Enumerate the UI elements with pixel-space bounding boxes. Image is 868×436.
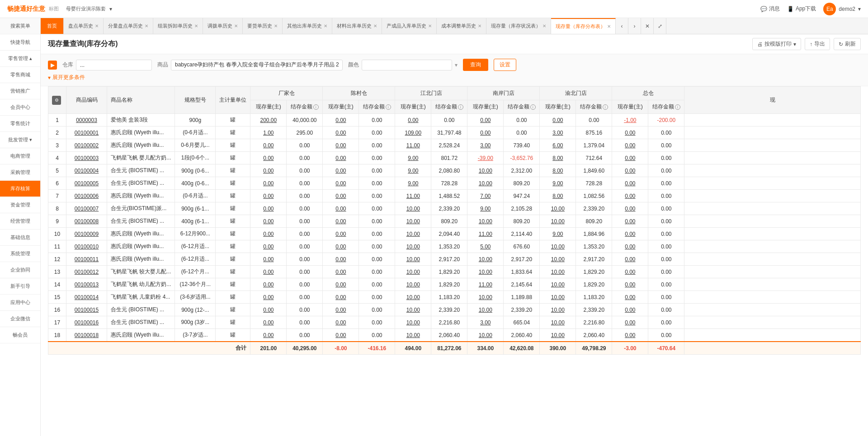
- cell-yubei-qty[interactable]: 10.00: [540, 253, 576, 266]
- close-icon[interactable]: ✕: [274, 23, 278, 28]
- cell-factory-qty[interactable]: 0.00: [250, 253, 287, 266]
- close-icon[interactable]: ✕: [542, 23, 546, 28]
- cell-name[interactable]: 合生元 (BIOSTIME) ...: [107, 164, 175, 177]
- cell-nanan-qty[interactable]: 0.00: [467, 127, 504, 139]
- cell-jiangbei-qty[interactable]: 9.00: [395, 177, 431, 190]
- cell-yubei-qty[interactable]: 10.00: [540, 266, 576, 278]
- cell-code[interactable]: 00100015: [66, 304, 107, 316]
- sidebar-item-finance[interactable]: 资金管理: [0, 197, 40, 213]
- cell-chen-qty[interactable]: 0.00: [323, 278, 359, 291]
- sidebar-item-retail-mall[interactable]: 零售商城: [0, 67, 40, 83]
- tab-order-history[interactable]: 要货单历史 ✕: [243, 18, 283, 34]
- cell-total-qty[interactable]: 0.00: [612, 190, 648, 202]
- cell-chen-qty[interactable]: 0.00: [323, 177, 359, 190]
- cell-nanan-qty[interactable]: 10.00: [467, 215, 504, 228]
- cell-name[interactable]: 合生元 (BIOSTIME) ...: [107, 316, 175, 329]
- cell-chen-qty[interactable]: 0.00: [323, 127, 359, 139]
- cell-jiangbei-qty[interactable]: 11.00: [395, 139, 431, 152]
- settings-btn[interactable]: 设置: [494, 59, 516, 71]
- cell-chen-qty[interactable]: 0.00: [323, 316, 359, 329]
- tab-nav-next[interactable]: ›: [628, 18, 641, 34]
- cell-chen-qty[interactable]: 0.00: [323, 164, 359, 177]
- sidebar-item-quick-nav[interactable]: 快捷导航: [0, 34, 40, 51]
- color-dropdown-arrow[interactable]: ▾: [455, 62, 458, 68]
- tab-nav-prev[interactable]: ‹: [616, 18, 628, 34]
- cell-total-qty[interactable]: 0.00: [612, 139, 648, 152]
- cell-yubei-qty[interactable]: 10.00: [540, 304, 576, 316]
- app-download-btn[interactable]: 📱 App下载: [787, 5, 816, 13]
- cell-factory-qty[interactable]: 0.00: [250, 278, 287, 291]
- cell-chen-qty[interactable]: 0.00: [323, 329, 359, 342]
- cell-factory-qty[interactable]: 0.00: [250, 266, 287, 278]
- cell-name[interactable]: 合生元 (BIOSTIME) ...: [107, 177, 175, 190]
- tab-nav-close-all[interactable]: ✕: [641, 18, 654, 34]
- refresh-btn[interactable]: ↻ 刷新: [834, 38, 861, 50]
- cell-jiangbei-qty[interactable]: 10.00: [395, 266, 431, 278]
- cell-factory-qty[interactable]: 0.00: [250, 329, 287, 342]
- user-profile[interactable]: Ea demo2 ▾: [823, 3, 861, 15]
- cell-chen-qty[interactable]: 0.00: [323, 266, 359, 278]
- tab-assemble-history[interactable]: 组装拆卸单历史 ✕: [153, 18, 203, 34]
- sidebar-item-wecom[interactable]: 企业微信: [0, 311, 40, 327]
- close-icon[interactable]: ✕: [478, 23, 481, 28]
- cell-jiangbei-qty[interactable]: 10.00: [395, 291, 431, 304]
- cell-code[interactable]: 00100001: [66, 127, 107, 139]
- cell-code[interactable]: 00100016: [66, 316, 107, 329]
- cell-nanan-qty[interactable]: 3.00: [467, 139, 504, 152]
- cell-nanan-qty[interactable]: 3.00: [467, 316, 504, 329]
- cell-code[interactable]: 00100008: [66, 215, 107, 228]
- tab-material-outbound[interactable]: 材料出库单历史 ✕: [332, 18, 382, 34]
- cell-chen-qty[interactable]: 0.00: [323, 139, 359, 152]
- color-input[interactable]: [362, 60, 452, 70]
- cell-yubei-qty[interactable]: 10.00: [540, 329, 576, 342]
- cell-factory-qty[interactable]: 0.00: [250, 190, 287, 202]
- cell-factory-qty[interactable]: 0.00: [250, 152, 287, 164]
- cell-yubei-qty[interactable]: 0.00: [540, 114, 576, 127]
- cell-total-qty[interactable]: -1.00: [612, 114, 648, 127]
- sidebar-item-collaboration[interactable]: 企业协同: [0, 262, 40, 278]
- cell-nanan-qty[interactable]: 0.00: [467, 114, 504, 127]
- cell-jiangbei-qty[interactable]: 0.00: [395, 114, 431, 127]
- cell-code[interactable]: 00100018: [66, 329, 107, 342]
- cell-name[interactable]: 惠氏启颐 (Wyeth illu...: [107, 253, 175, 266]
- close-icon[interactable]: ✕: [373, 23, 377, 28]
- cell-yubei-qty[interactable]: 10.00: [540, 316, 576, 329]
- cell-name[interactable]: 飞鹤星飞帆 儿童奶粉 4...: [107, 291, 175, 304]
- cell-total-qty[interactable]: 0.00: [612, 177, 648, 190]
- cell-chen-qty[interactable]: 0.00: [323, 215, 359, 228]
- cell-name[interactable]: 惠氏启颐 (Wyeth illu...: [107, 228, 175, 240]
- cell-jiangbei-qty[interactable]: 10.00: [395, 329, 431, 342]
- cell-code[interactable]: 00100006: [66, 190, 107, 202]
- cell-name[interactable]: 惠氏启颐 (Wyeth illu...: [107, 240, 175, 253]
- cell-code[interactable]: 00100011: [66, 253, 107, 266]
- th-settings[interactable]: ⚙: [48, 87, 66, 114]
- cell-jiangbei-qty[interactable]: 10.00: [395, 253, 431, 266]
- sidebar-item-retail[interactable]: 零售管理 ▴: [0, 51, 40, 67]
- cell-yubei-qty[interactable]: 10.00: [540, 202, 576, 215]
- cell-total-qty[interactable]: 0.00: [612, 291, 648, 304]
- tab-transfer-history[interactable]: 调拨单历史 ✕: [203, 18, 243, 34]
- close-icon[interactable]: ✕: [324, 23, 327, 28]
- store-selector-arrow[interactable]: ▾: [109, 6, 112, 12]
- export-btn[interactable]: ↑ 导出: [805, 38, 830, 50]
- cell-chen-qty[interactable]: 0.00: [323, 291, 359, 304]
- cell-nanan-qty[interactable]: -39.00: [467, 152, 504, 164]
- cell-yubei-qty[interactable]: 8.00: [540, 152, 576, 164]
- cell-yubei-qty[interactable]: 10.00: [540, 291, 576, 304]
- cell-code[interactable]: 00100005: [66, 177, 107, 190]
- cell-nanan-qty[interactable]: 10.00: [467, 304, 504, 316]
- search-btn[interactable]: 查询: [463, 59, 488, 71]
- sidebar-item-vip[interactable]: 畅会员: [0, 327, 40, 343]
- message-btn[interactable]: 💬 消息: [760, 5, 780, 13]
- cell-code[interactable]: 00100003: [66, 152, 107, 164]
- cell-total-qty[interactable]: 0.00: [612, 228, 648, 240]
- sidebar-item-basic-info[interactable]: 基础信息: [0, 230, 40, 246]
- close-icon[interactable]: ✕: [428, 23, 432, 28]
- cell-jiangbei-qty[interactable]: 10.00: [395, 228, 431, 240]
- cell-name[interactable]: 惠氏启颐 (Wyeth illu...: [107, 139, 175, 152]
- tab-finished-goods[interactable]: 产成品入库单历史 ✕: [382, 18, 437, 34]
- cell-factory-qty[interactable]: 200.00: [250, 114, 287, 127]
- cell-factory-qty[interactable]: 0.00: [250, 215, 287, 228]
- cell-chen-qty[interactable]: 0.00: [323, 304, 359, 316]
- cell-factory-qty[interactable]: 0.00: [250, 316, 287, 329]
